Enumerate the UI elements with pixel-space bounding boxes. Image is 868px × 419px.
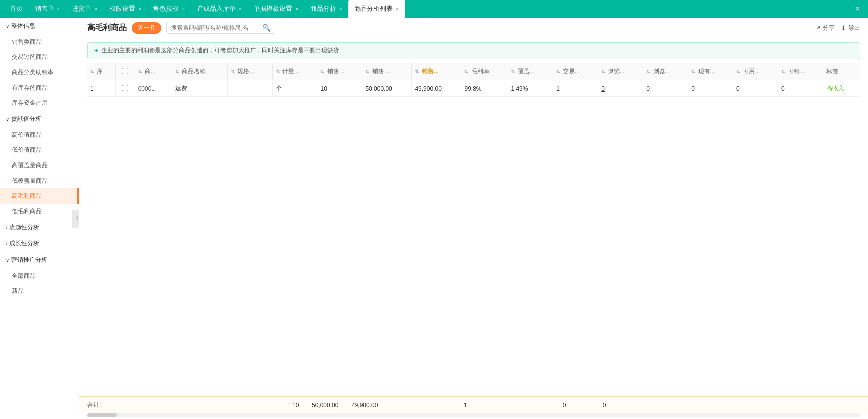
cell-coverage: 1.49%	[508, 80, 553, 97]
nav-item-sales[interactable]: 销售单 ×	[29, 0, 66, 18]
close-purchase-tab[interactable]: ×	[94, 6, 97, 12]
nav-item-product-analysis-list[interactable]: 商品分析列表 ×	[348, 0, 405, 18]
cell-sales2: 50,000.00	[362, 80, 412, 97]
content-header: 高毛利商品 近一月 🔍 ↗ 分享 ⬇ 导出	[79, 18, 868, 38]
sidebar-group-marketing[interactable]: ∨ 营销推广分析	[0, 252, 79, 268]
info-banner: ✦ 企业的主要的利润都是这部分商品创造的，可考虑加大推广，同时关注库存是不要出现…	[87, 42, 860, 59]
close-template-tab[interactable]: ×	[295, 6, 298, 12]
arrow-overall: ∨	[6, 23, 9, 29]
scrollbar-thumb[interactable]	[87, 413, 117, 417]
search-box: 🔍	[166, 22, 275, 34]
cell-saleable: 0	[778, 80, 823, 97]
close-permission-tab[interactable]: ×	[138, 6, 141, 12]
cell-current: 0	[688, 80, 733, 97]
arrow-marketing: ∨	[6, 257, 9, 263]
footer-label: 合计:	[87, 401, 101, 409]
sidebar-group-contribution[interactable]: ∨ 贡献值分析	[0, 111, 79, 127]
nav-close-all[interactable]: ×	[851, 4, 864, 14]
nav-item-role[interactable]: 角色授权 ×	[147, 0, 191, 18]
share-button[interactable]: ↗ 分享	[816, 24, 835, 32]
col-tag[interactable]: 标签	[823, 63, 860, 80]
cell-browse1[interactable]: 0	[598, 80, 643, 97]
close-product-analysis-tab[interactable]: ×	[339, 6, 342, 12]
cell-spec	[227, 80, 272, 97]
close-sales-tab[interactable]: ×	[57, 6, 60, 12]
table-footer: 合计: 10 50,000.00 49,900.00 1 0 0	[79, 396, 868, 413]
sidebar-collapse-btn[interactable]: 《	[72, 210, 79, 228]
horizontal-scrollbar[interactable]	[87, 413, 860, 417]
product-table: ⇅ 序 ⇅ 商... ⇅ 商品名称	[87, 63, 860, 97]
sidebar-group-growth[interactable]: › 成长性分析	[0, 235, 79, 252]
sidebar-item-low-value[interactable]: 低价值商品	[0, 142, 79, 158]
sidebar: ∨ 整体信息 销售类商品 交易过的商品 商品分类助销率 有库存的商品 库存资金占…	[0, 18, 79, 419]
cell-gross-rate: 99.8%	[461, 80, 508, 97]
sidebar-item-new-goods[interactable]: 新品	[0, 283, 79, 299]
cell-checkbox[interactable]	[115, 80, 135, 97]
cell-unit: 个	[272, 80, 317, 97]
cell-sales1: 10	[317, 80, 362, 97]
cell-code[interactable]: 0000...	[135, 80, 172, 97]
footer-sales1: 10	[269, 402, 308, 409]
cell-tag: 高收入	[823, 80, 860, 97]
close-product-analysis-list-tab[interactable]: ×	[396, 6, 399, 12]
sidebar-item-stock-capital[interactable]: 库存资金占用	[0, 95, 79, 111]
nav-item-purchase[interactable]: 进货单 ×	[66, 0, 103, 18]
cell-available: 0	[733, 80, 778, 97]
sidebar-item-traded-goods[interactable]: 交易过的商品	[0, 49, 79, 65]
col-sales3[interactable]: ⇅ 销售...	[412, 63, 461, 80]
col-unit[interactable]: ⇅ 计量...	[272, 63, 317, 80]
export-button[interactable]: ⬇ 导出	[841, 24, 860, 32]
col-checkbox[interactable]	[115, 63, 135, 80]
nav-item-home[interactable]: 首页	[4, 0, 29, 18]
col-code[interactable]: ⇅ 商...	[135, 63, 172, 80]
col-sales2[interactable]: ⇅ 销售...	[362, 63, 412, 80]
col-sales1[interactable]: ⇅ 销售...	[317, 63, 362, 80]
sidebar-item-sales-goods[interactable]: 销售类商品	[0, 34, 79, 49]
info-icon: ✦	[94, 47, 99, 54]
sidebar-item-high-margin[interactable]: 高毛利商品	[0, 188, 79, 204]
col-gross-rate[interactable]: ⇅ 毛利率	[461, 63, 508, 80]
col-coverage[interactable]: ⇅ 覆盖...	[508, 63, 553, 80]
sidebar-item-low-coverage[interactable]: 低覆盖量商品	[0, 173, 79, 188]
col-current[interactable]: ⇅ 现有...	[688, 63, 733, 80]
search-input[interactable]	[171, 24, 262, 31]
sidebar-item-category-rate[interactable]: 商品分类助销率	[0, 65, 79, 80]
filter-recent-month[interactable]: 近一月	[132, 22, 161, 34]
cell-sales3: 49,900.00	[412, 80, 461, 97]
cell-browse2: 0	[643, 80, 688, 97]
search-icon[interactable]: 🔍	[262, 24, 271, 32]
col-browse2[interactable]: ⇅ 浏览...	[643, 63, 688, 80]
col-available[interactable]: ⇅ 可用...	[733, 63, 778, 80]
sidebar-group-trend[interactable]: › 流趋性分析	[0, 219, 79, 235]
share-icon: ↗	[816, 24, 821, 32]
row-checkbox[interactable]	[122, 85, 128, 91]
close-product-in-tab[interactable]: ×	[239, 6, 242, 12]
footer-sales3: 49,900.00	[348, 402, 388, 409]
arrow-growth: ›	[6, 241, 7, 246]
main-layout: ∨ 整体信息 销售类商品 交易过的商品 商品分类助销率 有库存的商品 库存资金占…	[0, 18, 868, 419]
arrow-contribution: ∨	[6, 116, 9, 122]
col-spec[interactable]: ⇅ 规格...	[227, 63, 272, 80]
close-role-tab[interactable]: ×	[182, 6, 185, 12]
sidebar-group-overall[interactable]: ∨ 整体信息	[0, 18, 79, 34]
nav-item-permission[interactable]: 权限设置 ×	[103, 0, 147, 18]
nav-item-template[interactable]: 单据模板设置 ×	[248, 0, 304, 18]
col-name[interactable]: ⇅ 商品名称	[172, 63, 227, 80]
sidebar-item-all-goods[interactable]: 全部商品	[0, 268, 79, 283]
table-header-row: ⇅ 序 ⇅ 商... ⇅ 商品名称	[87, 63, 860, 80]
nav-item-product-analysis[interactable]: 商品分析 ×	[305, 0, 348, 18]
col-trade[interactable]: ⇅ 交易...	[553, 63, 598, 80]
sidebar-item-low-margin[interactable]: 低毛利商品	[0, 204, 79, 219]
col-saleable[interactable]: ⇅ 可销...	[778, 63, 823, 80]
sidebar-item-high-value[interactable]: 高价值商品	[0, 127, 79, 142]
col-seq: ⇅ 序	[87, 63, 115, 80]
sidebar-item-in-stock[interactable]: 有库存的商品	[0, 80, 79, 95]
select-all-checkbox[interactable]	[122, 68, 128, 74]
footer-trade: 1	[437, 402, 477, 409]
sidebar-item-high-coverage[interactable]: 高覆盖量商品	[0, 158, 79, 173]
footer-available: 0	[536, 402, 576, 409]
col-browse1[interactable]: ⇅ 浏览...	[598, 63, 643, 80]
footer-saleable: 0	[576, 402, 615, 409]
cell-name: 运费	[172, 80, 227, 97]
nav-item-product-in[interactable]: 产成品入库单 ×	[191, 0, 248, 18]
